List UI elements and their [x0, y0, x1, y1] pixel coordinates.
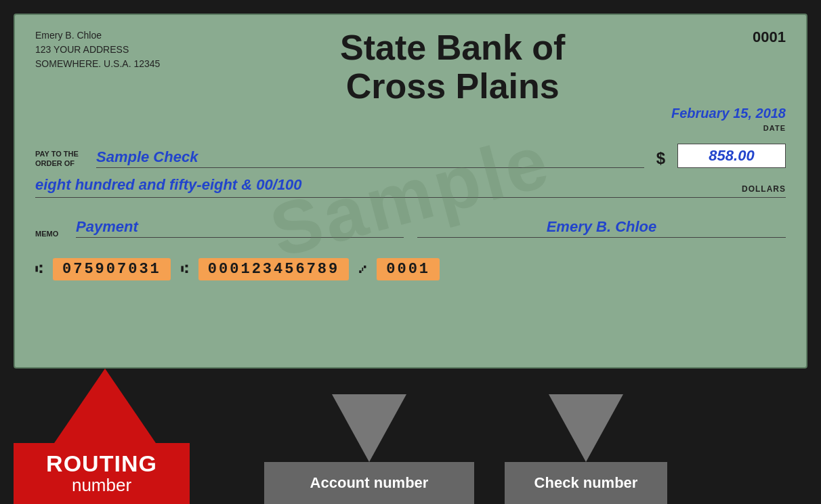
micr-check-number: 0001: [377, 258, 440, 280]
memo-block: MEMO Payment: [35, 218, 404, 238]
pay-to-name: Sample Check: [96, 148, 644, 168]
check-container: Sample Emery B. Chloe 123 YOUR ADDRESS S…: [14, 14, 807, 369]
micr-equals-symbol: ⑇: [359, 263, 366, 276]
bank-name: State Bank of Cross Plains: [180, 28, 725, 106]
routing-subtitle: number: [72, 475, 131, 496]
payer-address2: SOMEWHERE. U.S.A. 12345: [35, 57, 160, 71]
date-block: February 15, 2018 DATE: [671, 106, 786, 133]
micr-open-symbol: ⑆: [35, 263, 43, 276]
bottom-section: ROUTING number Account number Check numb…: [0, 369, 821, 504]
check-number-label: Check number: [534, 474, 638, 491]
check-top-row: Emery B. Chloe 123 YOUR ADDRESS SOMEWHER…: [35, 28, 786, 106]
payer-info: Emery B. Chloe 123 YOUR ADDRESS SOMEWHER…: [35, 28, 160, 71]
check-number-display: 0001: [745, 28, 786, 46]
bank-name-text: State Bank of Cross Plains: [180, 28, 725, 106]
memo-value: Payment: [76, 218, 404, 238]
signature-line: Emery B. Chloe: [417, 218, 786, 238]
routing-title: ROUTING: [46, 452, 157, 475]
account-number-label: Account number: [310, 474, 429, 491]
dollars-label: DOLLARS: [742, 184, 786, 194]
amount-box: 858.00: [677, 144, 786, 168]
micr-routing: 075907031: [53, 258, 171, 280]
micr-close-symbol: ⑆: [181, 263, 188, 276]
payer-name: Emery B. Chloe: [35, 28, 160, 43]
date-section: February 15, 2018 DATE: [35, 106, 786, 133]
written-amount-section: eight hundred and fifty-eight & 00/100 D…: [35, 176, 786, 198]
micr-account: 000123456789: [198, 258, 349, 280]
signature-value: Emery B. Chloe: [547, 218, 657, 235]
date-label: DATE: [763, 124, 786, 132]
dollar-sign: $: [651, 149, 671, 168]
pay-to-section: PAY TO THEORDER OF Sample Check $ 858.00: [35, 144, 786, 168]
memo-sig-section: MEMO Payment Emery B. Chloe: [35, 218, 786, 238]
date-value: February 15, 2018: [671, 106, 786, 121]
memo-label: MEMO: [35, 230, 69, 238]
pay-to-label: PAY TO THEORDER OF: [35, 149, 89, 169]
micr-line: ⑆ 075907031 ⑆ 000123456789 ⑇ 0001: [35, 258, 786, 280]
written-amount: eight hundred and fifty-eight & 00/100: [35, 176, 742, 194]
payer-address1: 123 YOUR ADDRESS: [35, 43, 160, 57]
